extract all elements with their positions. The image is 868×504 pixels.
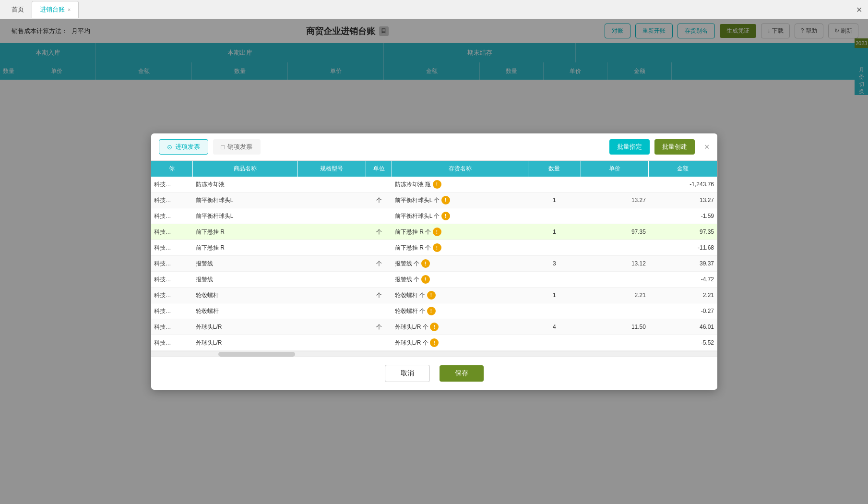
- table-cell-1: 前下悬挂 R: [193, 240, 297, 256]
- amount-cell: -5.52: [649, 335, 717, 351]
- table-cell-1: 前平衡杆球头L: [193, 208, 297, 224]
- table-cell-6: [581, 303, 649, 319]
- table-cell-3: [366, 177, 392, 192]
- table-row[interactable]: 科技…外球头L/R个外球头L/R 个 !411.5046.01: [151, 319, 717, 335]
- table-cell-2: [297, 272, 366, 288]
- amount-cell: 46.01: [649, 319, 717, 335]
- table-cell-0: 科技…: [151, 208, 193, 224]
- tab-home[interactable]: 首页: [4, 1, 32, 18]
- modal-table: 你 商品名称 规格型号 单位 存货名称 数量 单价 金额 科技…防冻冷却液防冻冷…: [151, 161, 717, 351]
- incoming-tab-label: 进项发票: [175, 143, 200, 151]
- save-button[interactable]: 保存: [440, 365, 484, 382]
- col-header-price: 单价: [581, 161, 649, 177]
- table-cell-3: [366, 335, 392, 351]
- table-cell-1: 外球头L/R: [193, 319, 297, 335]
- col-header-amount: 金额: [649, 161, 717, 177]
- table-cell-3: [366, 272, 392, 288]
- tab-bar: 首页 进销台账 × ✕: [0, 0, 868, 19]
- col-header-name: 商品名称: [193, 161, 297, 177]
- table-row[interactable]: 科技…轮毂螺杆轮毂螺杆 个 !-0.27: [151, 303, 717, 319]
- col-header-spec: 规格型号: [297, 161, 366, 177]
- table-cell-1: 前平衡杆球头L: [193, 192, 297, 208]
- table-row[interactable]: 科技…前下悬挂 R前下悬挂 R 个 !-11.68: [151, 240, 717, 256]
- modal-scrollbar-thumb[interactable]: [218, 352, 295, 357]
- table-cell-0: 科技…: [151, 288, 193, 303]
- table-cell-0: 科技…: [151, 303, 193, 319]
- table-row[interactable]: 科技…轮毂螺杆个轮毂螺杆 个 !12.212.21: [151, 288, 717, 303]
- table-cell-5: 3: [528, 256, 581, 272]
- table-cell-6: [581, 208, 649, 224]
- table-cell-5: 1: [528, 192, 581, 208]
- window-close-button[interactable]: ✕: [856, 5, 862, 14]
- tab-close-icon[interactable]: ×: [68, 7, 71, 12]
- table-cell-0: 科技…: [151, 177, 193, 192]
- table-cell-5: [528, 335, 581, 351]
- table-cell-6: [581, 272, 649, 288]
- main-area: 销售成本计算方法： 月平均 商贸企业进销台账 目 对账 重新开账 存货别名 生成…: [0, 19, 868, 504]
- tab-incoming[interactable]: ⊙ 进项发票: [159, 139, 208, 155]
- table-cell-6: [581, 240, 649, 256]
- table-row[interactable]: 科技…前下悬挂 R个前下悬挂 R 个 !197.3597.35: [151, 224, 717, 240]
- amount-cell: -1.59: [649, 208, 717, 224]
- table-cell-1: 报警线: [193, 256, 297, 272]
- warning-icon: !: [433, 243, 441, 252]
- col-header-you: 你: [151, 161, 193, 177]
- table-row[interactable]: 科技…前平衡杆球头L个前平衡杆球头L 个 !113.2713.27: [151, 192, 717, 208]
- tab-active[interactable]: 进销台账 ×: [32, 1, 79, 18]
- table-row[interactable]: 科技…外球头L/R外球头L/R 个 !-5.52: [151, 335, 717, 351]
- table-cell-5: [528, 303, 581, 319]
- table-cell-5: [528, 272, 581, 288]
- table-cell-5: 1: [528, 288, 581, 303]
- amount-cell: 13.27: [649, 192, 717, 208]
- table-cell-2: [297, 224, 366, 240]
- table-cell-1: 外球头L/R: [193, 335, 297, 351]
- table-cell-2: [297, 256, 366, 272]
- table-cell-5: [528, 208, 581, 224]
- table-cell-3: [366, 208, 392, 224]
- modal-header: ⊙ 进项发票 □ 销项发票 批量指定 批量创建 ×: [151, 133, 717, 161]
- table-cell-6: 2.21: [581, 288, 649, 303]
- modal-footer: 取消 保存: [151, 357, 717, 390]
- table-cell-1: 防冻冷却液: [193, 177, 297, 192]
- warning-icon: !: [427, 307, 436, 315]
- table-cell-6: [581, 177, 649, 192]
- table-cell-3: 个: [366, 319, 392, 335]
- tab-outgoing[interactable]: □ 销项发票: [213, 139, 261, 155]
- table-row[interactable]: 科技…报警线报警线 个 !-4.72: [151, 272, 717, 288]
- modal-close-button[interactable]: ×: [704, 142, 710, 152]
- modal-table-wrap[interactable]: 你 商品名称 规格型号 单位 存货名称 数量 单价 金额 科技…防冻冷却液防冻冷…: [151, 161, 717, 351]
- table-cell-5: [528, 240, 581, 256]
- table-cell-0: 科技…: [151, 192, 193, 208]
- table-row[interactable]: 科技…报警线个报警线 个 !313.1239.37: [151, 256, 717, 272]
- table-cell-3: [366, 303, 392, 319]
- table-cell-1: 报警线: [193, 272, 297, 288]
- modal-scrollbar[interactable]: [151, 351, 717, 357]
- table-cell-5: 1: [528, 224, 581, 240]
- modal-header-buttons: 批量指定 批量创建: [609, 139, 695, 155]
- table-cell-6: 11.50: [581, 319, 649, 335]
- table-cell-3: [366, 240, 392, 256]
- table-cell-2: [297, 303, 366, 319]
- cancel-button[interactable]: 取消: [385, 365, 430, 382]
- col-header-qty: 数量: [528, 161, 581, 177]
- pizhi-button[interactable]: 批量指定: [609, 139, 650, 155]
- table-row[interactable]: 科技…前平衡杆球头L前平衡杆球头L 个 !-1.59: [151, 208, 717, 224]
- warning-icon: !: [441, 212, 450, 220]
- outgoing-tab-icon: □: [221, 144, 225, 151]
- table-cell-3: 个: [366, 192, 392, 208]
- amount-cell: -0.27: [649, 303, 717, 319]
- table-cell-5: [528, 177, 581, 192]
- table-cell-2: [297, 192, 366, 208]
- table-cell-1: 前下悬挂 R: [193, 224, 297, 240]
- table-cell-0: 科技…: [151, 224, 193, 240]
- warning-icon: !: [421, 275, 430, 284]
- tab-active-label: 进销台账: [40, 5, 65, 14]
- table-cell-2: [297, 208, 366, 224]
- piliang-button[interactable]: 批量创建: [654, 139, 695, 155]
- warning-icon: !: [441, 196, 450, 204]
- table-cell-1: 轮毂螺杆: [193, 288, 297, 303]
- table-row[interactable]: 科技…防冻冷却液防冻冷却液 瓶 !-1,243.76: [151, 177, 717, 192]
- col-header-unit: 单位: [366, 161, 392, 177]
- table-cell-3: 个: [366, 224, 392, 240]
- table-cell-3: 个: [366, 256, 392, 272]
